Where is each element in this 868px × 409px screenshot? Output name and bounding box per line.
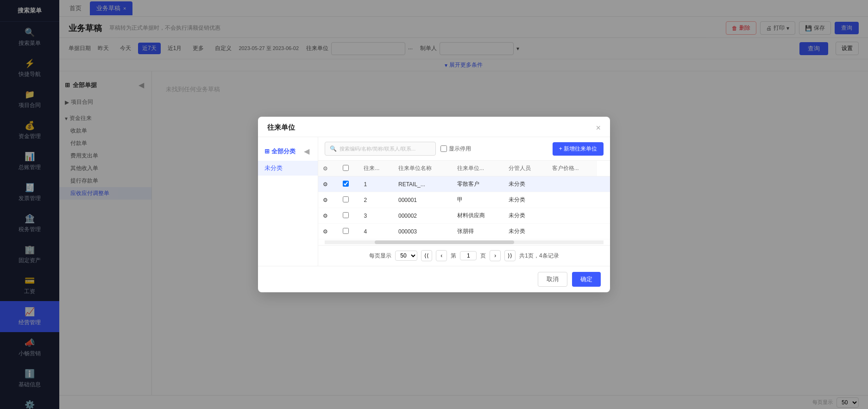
modal-sidebar-collapse-btn[interactable]: ◀ <box>302 145 311 157</box>
scrollbar-thumb <box>375 240 514 244</box>
row-settings: ⚙ <box>318 224 338 239</box>
table-body: ⚙ 1 RETAIL_... 零散客户 未分类 ⚙ 2 000001 甲 未分类… <box>318 176 610 239</box>
page-size-select[interactable]: 50 <box>395 251 417 261</box>
row-settings: ⚙ <box>318 208 338 224</box>
row-select-checkbox[interactable] <box>343 181 349 187</box>
select-all-checkbox[interactable] <box>343 165 349 171</box>
modal-content-area: 🔍 搜索编码/名称/简称/联系人/联系... 显示停用 + 新增往来单位 <box>318 137 610 266</box>
col-manager: 分管人员 <box>504 161 547 176</box>
col-code: 往来... <box>359 161 394 176</box>
row-category: 未分类 <box>504 192 547 208</box>
first-page-btn[interactable]: ⟨⟨ <box>421 250 432 261</box>
row-id: 4 <box>359 224 394 239</box>
show-disabled-checkbox[interactable] <box>440 145 447 152</box>
row-manager <box>547 224 598 239</box>
table-header: ⚙ 往来... 往来单位名称 往来单位... 分管人员 客户价格... <box>318 161 610 176</box>
row-id: 3 <box>359 208 394 224</box>
row-id: 2 <box>359 192 394 208</box>
row-settings: ⚙ <box>318 176 338 192</box>
modal-sidebar-header: ⊞ 全部分类 ◀ <box>258 142 318 161</box>
total-info: 共1页，4条记录 <box>519 252 559 260</box>
table-row[interactable]: ⚙ 1 RETAIL_... 零散客户 未分类 <box>318 176 610 192</box>
row-name: 张朋得 <box>453 224 504 239</box>
partner-table: ⚙ 往来... 往来单位名称 往来单位... 分管人员 客户价格... ⚙ <box>318 161 610 239</box>
show-disabled-label: 显示停用 <box>449 145 471 153</box>
row-name: 材料供应商 <box>453 208 504 224</box>
row-name: 甲 <box>453 192 504 208</box>
col-name: 往来单位名称 <box>394 161 453 176</box>
table-row[interactable]: ⚙ 3 000002 材料供应商 未分类 <box>318 208 610 224</box>
grid-icon: ⊞ <box>264 148 270 155</box>
row-manager <box>547 208 598 224</box>
modal-sidebar-item-uncategorized[interactable]: 未分类 <box>258 161 318 176</box>
table-row[interactable]: ⚙ 4 000003 张朋得 未分类 <box>318 224 610 239</box>
row-settings: ⚙ <box>318 192 338 208</box>
modal-sidebar-title: 全部分类 <box>271 147 296 156</box>
col-price: 客户价格... <box>547 161 598 176</box>
row-category: 未分类 <box>504 208 547 224</box>
horizontal-scrollbar[interactable] <box>325 240 604 244</box>
confirm-button[interactable]: 确定 <box>572 272 601 287</box>
row-checkbox[interactable] <box>338 192 359 208</box>
row-name: 零散客户 <box>453 176 504 192</box>
row-select-checkbox[interactable] <box>343 228 349 234</box>
col-category: 往来单位... <box>453 161 504 176</box>
row-checkbox[interactable] <box>338 208 359 224</box>
row-category: 未分类 <box>504 224 547 239</box>
partner-modal: 往来单位 × ⊞ 全部分类 ◀ 未分类 🔍 搜索编码/名称/ <box>258 117 610 292</box>
row-code: 000002 <box>394 208 453 224</box>
last-page-btn[interactable]: ⟩⟩ <box>504 250 516 261</box>
table-row[interactable]: ⚙ 2 000001 甲 未分类 <box>318 192 610 208</box>
modal-close-button[interactable]: × <box>596 124 601 132</box>
page-word-before: 第 <box>451 252 456 260</box>
table-scroll-wrapper: ⚙ 往来... 往来单位名称 往来单位... 分管人员 客户价格... ⚙ <box>318 161 610 239</box>
modal-footer: 取消 确定 <box>258 266 610 292</box>
modal-title: 往来单位 <box>267 123 295 132</box>
row-category: 未分类 <box>504 176 547 192</box>
prev-page-btn[interactable]: ‹ <box>436 250 447 261</box>
col-settings: ⚙ <box>318 161 338 176</box>
row-select-checkbox[interactable] <box>343 196 349 202</box>
modal-pagination: 每页显示 50 ⟨⟨ ‹ 第 1 页 › ⟩⟩ 共1页，4条记录 <box>318 245 610 266</box>
search-placeholder: 搜索编码/名称/简称/联系人/联系... <box>340 145 415 152</box>
row-select-checkbox[interactable] <box>343 212 349 218</box>
row-code: RETAIL_... <box>394 176 453 192</box>
row-code: 000003 <box>394 224 453 239</box>
row-manager <box>547 192 598 208</box>
row-code: 000001 <box>394 192 453 208</box>
search-icon: 🔍 <box>330 145 337 152</box>
cancel-button[interactable]: 取消 <box>538 272 567 287</box>
modal-sidebar: ⊞ 全部分类 ◀ 未分类 <box>258 137 318 266</box>
modal-overlay: 往来单位 × ⊞ 全部分类 ◀ 未分类 🔍 搜索编码/名称/ <box>0 0 868 409</box>
row-checkbox[interactable] <box>338 176 359 192</box>
row-price <box>597 224 610 239</box>
row-price <box>597 192 610 208</box>
modal-toolbar: 🔍 搜索编码/名称/简称/联系人/联系... 显示停用 + 新增往来单位 <box>318 137 610 161</box>
current-page-input[interactable]: 1 <box>460 251 477 260</box>
page-word: 页 <box>480 252 486 260</box>
show-disabled-group: 显示停用 <box>440 145 471 153</box>
add-partner-button[interactable]: + 新增往来单位 <box>553 142 604 156</box>
modal-search-box[interactable]: 🔍 搜索编码/名称/简称/联系人/联系... <box>325 142 436 156</box>
row-checkbox[interactable] <box>338 224 359 239</box>
row-price <box>597 176 610 192</box>
next-page-btn[interactable]: › <box>490 250 501 261</box>
col-checkbox <box>338 161 359 176</box>
page-size-label: 每页显示 <box>369 252 391 260</box>
row-id: 1 <box>359 176 394 192</box>
modal-body: ⊞ 全部分类 ◀ 未分类 🔍 搜索编码/名称/简称/联系人/联系... <box>258 137 610 266</box>
modal-header: 往来单位 × <box>258 117 610 137</box>
row-manager <box>547 176 598 192</box>
row-price <box>597 208 610 224</box>
